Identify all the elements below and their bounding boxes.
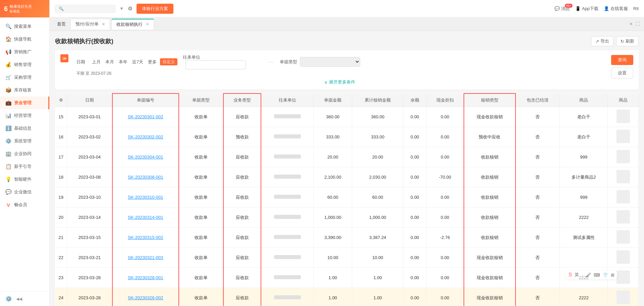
- cell-balance: 0.00: [403, 207, 426, 228]
- cell-product1: 多计量商品2: [560, 167, 608, 187]
- cell-balance: 0.00: [403, 167, 426, 187]
- sidebar-item-sales[interactable]: 💰 销售管理: [0, 58, 49, 71]
- topbar-dropdown-arrow[interactable]: ▼: [119, 6, 124, 11]
- data-table-container: ⚙ 日期 单据编号 单据类型 业务类型 往来单位 单据金额 累计核销金额 余额 …: [55, 93, 639, 306]
- toolbar-icon-4[interactable]: ⌨: [594, 272, 600, 278]
- online-service-btn[interactable]: 👤 在线客服: [604, 6, 628, 12]
- th-product1[interactable]: 商品: [560, 94, 608, 107]
- cell-included: 否: [516, 187, 560, 207]
- date-last-month[interactable]: 上月: [91, 58, 102, 66]
- doc-no-link[interactable]: SK-20230304-001: [128, 155, 163, 160]
- th-included[interactable]: 包含已结清: [516, 94, 560, 107]
- tab-current[interactable]: 收款核销执行 ✕: [111, 19, 154, 29]
- setting-btn[interactable]: 设置: [611, 68, 633, 78]
- date-more[interactable]: 更多: [147, 58, 158, 66]
- doc-no-link[interactable]: SK-20230321-003: [128, 255, 163, 260]
- finance-icon: 💼: [5, 100, 11, 106]
- close-tab-icon[interactable]: ✕: [629, 21, 633, 26]
- cell-amount: 1.00: [314, 268, 352, 288]
- date-7days[interactable]: 近7天: [131, 58, 145, 66]
- cell-balance: 0.00: [403, 187, 426, 207]
- cell-no: 22: [55, 248, 67, 268]
- date-custom-btn[interactable]: 自定义: [160, 58, 177, 65]
- toolbar-icon-2[interactable]: ·: [582, 272, 583, 278]
- th-partner[interactable]: 往来单位: [261, 94, 313, 107]
- export-btn[interactable]: ↗ 导出: [591, 36, 613, 46]
- topbar-gear-icon[interactable]: ⚙: [128, 5, 132, 12]
- main-area: 🔍 ▼ ⚙ 体验行业方案 💬 消息 99+ 📱 App下载 👤 在线客服 Rit: [50, 0, 644, 306]
- date-this-year[interactable]: 本年: [117, 58, 129, 66]
- header-row: ⚙ 日期 单据编号 单据类型 业务类型 往来单位 单据金额 累计核销金额 余额 …: [55, 94, 639, 107]
- doc-no-link[interactable]: SK-20230310-001: [128, 195, 163, 200]
- expand-toggle-btn[interactable]: ≫: [60, 54, 68, 62]
- cell-cumulative: 10.00: [352, 248, 403, 268]
- sidebar-item-operations[interactable]: 📊 经营管理: [0, 109, 49, 122]
- tab-pending-close[interactable]: ✕: [102, 22, 105, 26]
- expand-more-btn[interactable]: ∨ 展开更多条件: [324, 79, 355, 85]
- tab-pending[interactable]: 预付/应付单 ✕: [70, 19, 110, 29]
- doc-no-link[interactable]: SK-20230301-002: [128, 114, 163, 119]
- cell-partner: [261, 268, 313, 288]
- sidebar-item-basic[interactable]: ℹ️ 基础信息: [0, 122, 49, 135]
- cell-writeoff-type: 收款核销: [464, 187, 516, 207]
- cell-date: 2023-03-08: [67, 167, 112, 187]
- date-this-month[interactable]: 本月: [104, 58, 115, 66]
- cell-doc-type: 收款单: [179, 127, 223, 147]
- hardware-icon: 💡: [5, 176, 11, 182]
- maximize-icon[interactable]: ⛶: [636, 21, 640, 26]
- refresh-btn[interactable]: ↻ 刷新: [616, 36, 639, 46]
- cell-product2: [608, 248, 639, 268]
- tab-current-close[interactable]: ✕: [146, 22, 149, 26]
- doc-no-link[interactable]: SK-20230328-001: [128, 275, 163, 280]
- sidebar-item-quicknav[interactable]: 🏠 快捷导航: [0, 33, 49, 46]
- partner-input[interactable]: [185, 60, 246, 69]
- th-biz-type[interactable]: 业务类型: [223, 94, 261, 107]
- sidebar-item-wechat[interactable]: 💬 企业微信: [0, 186, 49, 198]
- topbar-search[interactable]: 🔍: [55, 5, 115, 13]
- sidebar-item-hardware[interactable]: 💡 智能硬件: [0, 173, 49, 186]
- settings-icon[interactable]: ⚙️: [5, 296, 12, 302]
- user-info[interactable]: Rit: [633, 6, 639, 11]
- sidebar-item-vip[interactable]: V 畅会员: [0, 198, 49, 211]
- sidebar-item-corp[interactable]: 🏢 企业协同: [0, 147, 49, 160]
- query-btn[interactable]: 查询: [611, 55, 633, 65]
- corp-icon: 🏢: [5, 151, 11, 157]
- th-cumulative[interactable]: 累计核销金额: [352, 94, 403, 107]
- receipt-type-select[interactable]: [300, 57, 360, 67]
- tab-home[interactable]: 首页: [52, 21, 70, 27]
- doc-no-link[interactable]: SK-20230314-001: [128, 215, 163, 220]
- th-discount[interactable]: 现金折扣: [426, 94, 464, 107]
- th-writeoff-type[interactable]: 核销类型: [464, 94, 516, 107]
- toolbar-icon-5[interactable]: 👕: [603, 272, 608, 278]
- th-doc-type[interactable]: 单据类型: [179, 94, 223, 107]
- cell-biz-type: 应收款: [223, 268, 261, 288]
- sidebar-item-inventory[interactable]: 📦 库存核算: [0, 84, 49, 97]
- cell-product1: 2222: [560, 288, 608, 306]
- experience-btn[interactable]: 体验行业方案: [137, 4, 173, 14]
- sidebar-item-guide[interactable]: 📋 新手引导: [0, 160, 49, 173]
- collapse-icon[interactable]: ◀◀: [16, 297, 22, 301]
- th-doc-no[interactable]: 单据编号: [112, 94, 179, 107]
- message-btn[interactable]: 💬 消息 99+: [554, 6, 570, 12]
- toolbar-icon-1[interactable]: 英: [575, 272, 579, 278]
- doc-no-link[interactable]: SK-20230328-002: [128, 295, 163, 300]
- th-date[interactable]: 日期: [67, 94, 112, 107]
- th-balance[interactable]: 余额: [403, 94, 426, 107]
- sidebar-item-marketing[interactable]: 📢 营销推广: [0, 46, 49, 58]
- cell-balance: 0.00: [403, 127, 426, 147]
- cell-product2: [608, 107, 639, 127]
- sidebar-item-purchase[interactable]: 🛒 采购管理: [0, 71, 49, 84]
- sidebar-item-finance[interactable]: 💼 资金管理: [0, 97, 49, 109]
- doc-no-link[interactable]: SK-20230308-001: [128, 175, 163, 180]
- toolbar-icon-6[interactable]: ⊞: [611, 272, 614, 278]
- app-download-btn[interactable]: 📱 App下载: [575, 6, 598, 12]
- th-amount[interactable]: 单据金额: [314, 94, 352, 107]
- th-product2[interactable]: 商品: [608, 94, 639, 107]
- doc-no-link[interactable]: SK-20230302-002: [128, 134, 163, 139]
- table-row: 20 2023-03-14 SK-20230314-001 收款单 应收款 1,…: [55, 207, 639, 228]
- doc-no-link[interactable]: SK-20230315-002: [128, 235, 163, 240]
- th-settings[interactable]: ⚙: [55, 94, 67, 107]
- sidebar-item-system[interactable]: ⚙️ 系统管理: [0, 135, 49, 147]
- sidebar-item-search[interactable]: 🔍 搜索菜单: [0, 20, 49, 33]
- toolbar-icon-3[interactable]: 🎤: [586, 272, 591, 278]
